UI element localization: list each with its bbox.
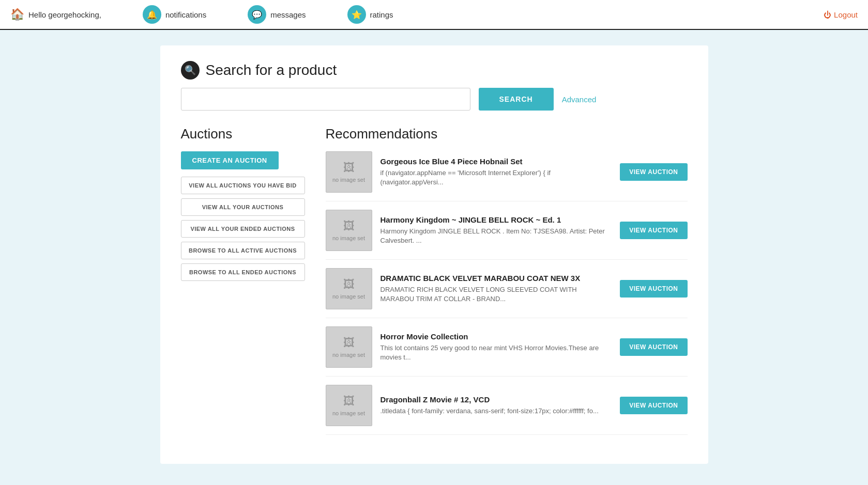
view-auction-button[interactable]: VIEW AUCTION <box>620 280 687 298</box>
browse-ended-auctions-button[interactable]: BROWSE TO ALL ENDED AUCTIONS <box>181 263 305 281</box>
auctions-title: Auctions <box>181 126 305 142</box>
image-placeholder-icon: 🖼 <box>343 395 355 408</box>
rec-info: Harmony Kingdom ~ JINGLE BELL ROCK ~ Ed.… <box>380 215 612 245</box>
no-image-text: no image set <box>332 410 365 416</box>
bell-icon: 🔔 <box>143 5 161 24</box>
image-placeholder-icon: 🖼 <box>343 278 355 291</box>
search-title-row: 🔍 Search for a product <box>181 61 688 80</box>
message-icon: 💬 <box>248 5 266 24</box>
recommendations-section: Recommendations 🖼 no image set Gorgeous … <box>326 126 688 443</box>
rec-item-title: DRAMATIC BLACK VELVET MARABOU COAT NEW 3… <box>380 274 612 283</box>
auctions-sidebar: Auctions CREATE AN AUCTION VIEW ALL AUCT… <box>181 126 305 285</box>
topbar-ratings-label: ratings <box>370 10 393 19</box>
recommendation-item: 🖼 no image set DRAMATIC BLACK VELVET MAR… <box>326 268 688 318</box>
topbar-ratings[interactable]: ⭐ ratings <box>347 5 393 24</box>
topbar-greeting: Hello georgehocking, <box>28 10 101 19</box>
recommendations-list: 🖼 no image set Gorgeous Ice Blue 4 Piece… <box>326 151 688 435</box>
no-image-text: no image set <box>332 177 365 183</box>
recommendation-item: 🖼 no image set Dragonball Z Movie # 12, … <box>326 385 688 435</box>
rec-info: Horror Movie Collection This lot contain… <box>380 332 612 362</box>
view-auction-button[interactable]: VIEW AUCTION <box>620 163 687 181</box>
search-row: SEARCH Advanced <box>181 88 688 111</box>
view-your-auctions-button[interactable]: VIEW ALL YOUR AUCTIONS <box>181 198 305 216</box>
no-image-text: no image set <box>332 235 365 241</box>
search-input[interactable] <box>181 88 470 111</box>
search-title-text: Search for a product <box>206 62 337 79</box>
recommendations-title: Recommendations <box>326 126 688 142</box>
rec-info: DRAMATIC BLACK VELVET MARABOU COAT NEW 3… <box>380 274 612 304</box>
rec-image: 🖼 no image set <box>326 385 372 426</box>
topbar-notifications[interactable]: 🔔 notifications <box>143 5 206 24</box>
rec-image: 🖼 no image set <box>326 326 372 368</box>
power-icon: ⏻ <box>824 10 831 19</box>
image-placeholder-icon: 🖼 <box>343 161 355 175</box>
logout-button[interactable]: ⏻ Logout <box>824 10 858 19</box>
topbar: 🏠 Hello georgehocking, 🔔 notifications 💬… <box>0 0 868 30</box>
rec-item-title: Horror Movie Collection <box>380 332 612 341</box>
main-container: 🔍 Search for a product SEARCH Advanced A… <box>160 45 708 464</box>
topbar-home[interactable]: 🏠 Hello georgehocking, <box>10 8 101 21</box>
rec-info: Gorgeous Ice Blue 4 Piece Hobnail Set if… <box>380 157 612 187</box>
rec-image: 🖼 no image set <box>326 151 372 193</box>
topbar-messages-label: messages <box>270 10 306 19</box>
search-icon: 🔍 <box>181 61 200 80</box>
rec-item-title: Harmony Kingdom ~ JINGLE BELL ROCK ~ Ed.… <box>380 215 612 224</box>
view-bids-button[interactable]: VIEW ALL AUCTIONS YOU HAVE BID <box>181 177 305 194</box>
rec-item-title: Gorgeous Ice Blue 4 Piece Hobnail Set <box>380 157 612 166</box>
search-button[interactable]: SEARCH <box>479 88 554 111</box>
logout-label: Logout <box>834 10 858 19</box>
search-section: 🔍 Search for a product SEARCH Advanced <box>181 61 688 111</box>
advanced-link[interactable]: Advanced <box>562 95 597 104</box>
no-image-text: no image set <box>332 352 365 358</box>
no-image-text: no image set <box>332 293 365 300</box>
topbar-messages[interactable]: 💬 messages <box>248 5 306 24</box>
create-auction-button[interactable]: CREATE AN AUCTION <box>181 151 279 169</box>
image-placeholder-icon: 🖼 <box>343 220 355 233</box>
rec-info: Dragonball Z Movie # 12, VCD .titledata … <box>380 395 612 416</box>
content-row: Auctions CREATE AN AUCTION VIEW ALL AUCT… <box>181 126 688 443</box>
rec-item-title: Dragonball Z Movie # 12, VCD <box>380 395 612 404</box>
rec-item-desc: .titledata { font-family: verdana, sans-… <box>380 406 612 416</box>
image-placeholder-icon: 🖼 <box>343 336 355 350</box>
view-auction-button[interactable]: VIEW AUCTION <box>620 222 687 239</box>
view-ended-auctions-button[interactable]: VIEW ALL YOUR ENDED AUCTIONS <box>181 220 305 238</box>
rec-image: 🖼 no image set <box>326 210 372 251</box>
topbar-notifications-label: notifications <box>165 10 206 19</box>
recommendation-item: 🖼 no image set Horror Movie Collection T… <box>326 326 688 377</box>
view-auction-button[interactable]: VIEW AUCTION <box>620 397 687 414</box>
recommendation-item: 🖼 no image set Harmony Kingdom ~ JINGLE … <box>326 210 688 260</box>
view-auction-button[interactable]: VIEW AUCTION <box>620 338 687 356</box>
rec-item-desc: DRAMATIC RICH BLACK VELVET LONG SLEEVED … <box>380 285 612 304</box>
rec-item-desc: Harmony Kingdom JINGLE BELL ROCK . Item … <box>380 227 612 245</box>
rec-item-desc: if (navigator.appName == 'Microsoft Inte… <box>380 168 612 187</box>
home-icon: 🏠 <box>10 8 24 21</box>
browse-active-auctions-button[interactable]: BROWSE TO ALL ACTIVE AUCTIONS <box>181 242 305 259</box>
star-icon: ⭐ <box>347 5 366 24</box>
recommendation-item: 🖼 no image set Gorgeous Ice Blue 4 Piece… <box>326 151 688 201</box>
rec-item-desc: This lot contains 25 very good to near m… <box>380 343 612 362</box>
rec-image: 🖼 no image set <box>326 268 372 309</box>
